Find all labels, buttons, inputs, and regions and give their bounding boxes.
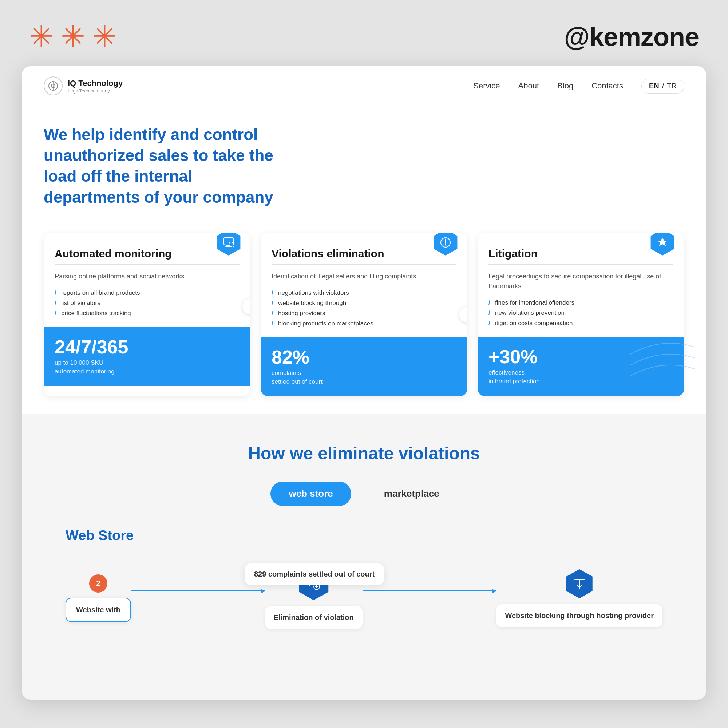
flow-step-3-icon [565, 569, 594, 598]
nav-blog[interactable]: Blog [557, 81, 573, 91]
tab-marketplace[interactable]: marketplace [366, 482, 457, 506]
card-1-list: reports on all brand products list of vi… [55, 288, 240, 318]
card-3-stat-desc-1: effectiveness [488, 369, 673, 377]
flow-step-1: 2 Website with [66, 574, 131, 622]
tab-webstore[interactable]: web store [271, 482, 351, 506]
browser-window: IQ Technology LegalTech company Service … [22, 66, 706, 700]
flow-connector-1 [131, 590, 265, 592]
nav-service[interactable]: Service [473, 81, 500, 91]
stat-badge: 829 complaints settled out of court [245, 563, 384, 585]
flow-step-1-label: Website with [76, 606, 121, 614]
card-2-title: Violations elimination [272, 248, 456, 260]
flow-step-1-number: 2 [89, 574, 107, 593]
card-2-item-1: negotiations with violators [272, 288, 456, 298]
svg-rect-12 [574, 579, 584, 580]
kemzone-brand: @kemzone [564, 22, 699, 52]
card-2-footer: 82% complaints settled out of court [261, 337, 467, 396]
card-1-item-1: reports on all brand products [55, 288, 240, 298]
flow-step-3: Website blocking through hosting provide… [496, 569, 662, 627]
card-2-stat-big: 82% [272, 348, 456, 367]
card-3-stat-desc-2: in brand protection [488, 377, 673, 386]
card-2-stat-desc-2: settled out of court [272, 378, 456, 386]
card-2-item-2: website blocking through [272, 298, 456, 308]
flow-connector-2 [362, 590, 497, 592]
svg-line-8 [232, 246, 234, 247]
flow-step-3-box: Website blocking through hosting provide… [496, 604, 662, 627]
webstore-title: Web Store [66, 528, 662, 543]
card-litigation: Litigation Legal proceedings to secure c… [477, 233, 684, 396]
hero-section: We help identify and control unauthorize… [22, 106, 706, 222]
card-2-list: negotiations with violators website bloc… [272, 288, 456, 329]
card-1-desc: Parsing online platforms and social netw… [55, 272, 240, 281]
lang-en[interactable]: EN [649, 82, 659, 90]
nav-contacts[interactable]: Contacts [592, 81, 623, 91]
lang-tr[interactable]: TR [667, 82, 677, 90]
nav-about[interactable]: About [518, 81, 540, 91]
card-3-list: fines for intentional offenders new viol… [488, 298, 673, 328]
card-3-title: Litigation [488, 248, 673, 260]
card-automated-monitoring: Automated monitoring Parsing online plat… [44, 233, 251, 396]
flow-step-2-box: Elimination of violation [265, 606, 362, 629]
card-1-footer: 24/7/365 up to 10 000 SKU automated moni… [44, 327, 251, 386]
card-1-item-3: price fluctuations tracking [55, 308, 240, 318]
card-3-item-2: new violations prevention [488, 308, 673, 318]
flow-step-3-label: Website blocking through hosting provide… [505, 612, 654, 619]
flow-step-1-box: Website with [66, 598, 131, 622]
card-1-title: Automated monitoring [55, 248, 240, 260]
webstore-area: Web Store 2 Website with [44, 528, 684, 649]
navigation: IQ Technology LegalTech company Service … [22, 66, 706, 106]
asterisk-3: ✳ [92, 22, 117, 51]
card-3-desc: Legal proceedings to secure compensation… [488, 272, 673, 291]
cards-grid: Automated monitoring Parsing online plat… [44, 233, 684, 396]
cards-section: Automated monitoring Parsing online plat… [22, 222, 706, 414]
logo-sub: LegalTech company [68, 88, 123, 93]
card-2-desc: Identification of illegal sellers and fi… [272, 272, 456, 281]
flow-step-2-label: Elimination of violation [274, 613, 354, 621]
language-switcher[interactable]: EN / TR [641, 79, 684, 93]
card-3-item-1: fines for intentional offenders [488, 298, 673, 308]
card-3-item-3: itigation costs compensation [488, 318, 673, 328]
top-bar: ✳ ✳ ✳ @kemzone [0, 0, 728, 66]
logo-text: IQ Technology LegalTech company [68, 79, 123, 93]
stat-badge-label: 829 complaints settled out of court [254, 570, 375, 578]
lang-separator: / [662, 82, 664, 90]
card-2-item-3: hosting providers [272, 308, 456, 318]
card-2-divider [272, 264, 456, 265]
asterisk-1: ✳ [29, 22, 54, 51]
card-violations-elimination: Violations elimination Identification of… [261, 233, 467, 396]
card-1-stat-desc-2: automated monitoring [55, 367, 240, 376]
card-2-item-4: blocking products on marketplaces [272, 318, 456, 329]
asterisk-2: ✳ [61, 22, 85, 51]
logo: IQ Technology LegalTech company [44, 76, 123, 95]
card-1-divider [55, 264, 240, 265]
card-1-stat-desc-1: up to 10 000 SKU [55, 359, 240, 367]
page-wrapper: ✳ ✳ ✳ @kemzone IQ Technology L [0, 0, 728, 728]
eliminate-section: How we eliminate violations web store ma… [22, 414, 706, 667]
logo-title: IQ Technology [68, 79, 123, 88]
asterisks-decoration: ✳ ✳ ✳ [29, 22, 117, 51]
tab-buttons: web store marketplace [44, 482, 684, 506]
card-2-stat-desc-1: complaints [272, 369, 456, 378]
section-title: How we eliminate violations [44, 444, 684, 463]
hero-title: We help identify and control unauthorize… [44, 124, 291, 208]
card-3-footer: +30% effectiveness in brand protection [477, 337, 684, 396]
logo-icon [44, 76, 63, 95]
nav-links: Service About Blog Contacts EN / TR [473, 79, 684, 93]
card-3-stat-big: +30% [488, 347, 673, 366]
card-1-stat-big: 24/7/365 [55, 337, 240, 356]
card-3-divider [488, 264, 673, 265]
flow-row: 2 Website with [66, 562, 662, 635]
card-1-item-2: list of violators [55, 298, 240, 308]
